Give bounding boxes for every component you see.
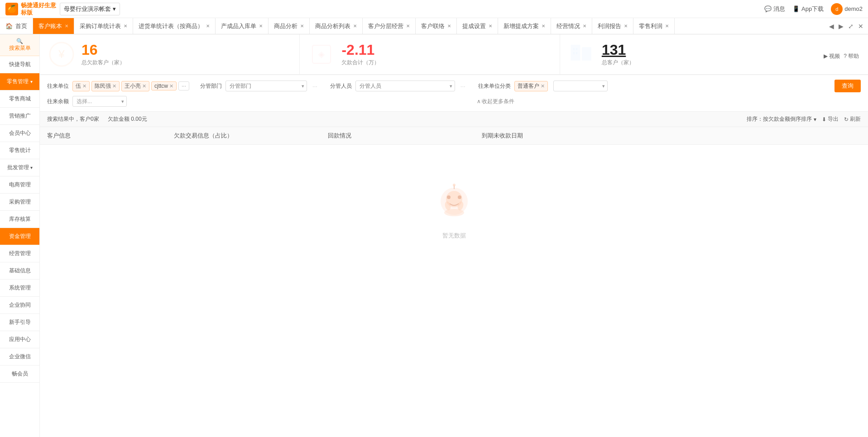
refresh-button[interactable]: ↻ 刷新 bbox=[844, 115, 861, 123]
sidebar-item-wholesale-mgmt[interactable]: 批发管理 ▾ bbox=[0, 159, 39, 176]
tag-close-3[interactable]: ✕ bbox=[169, 83, 173, 89]
sidebar-item-marketing[interactable]: 营销推广 bbox=[0, 108, 39, 125]
tab-operation-status[interactable]: 经营情况 ✕ bbox=[551, 18, 592, 34]
close-icon[interactable]: ✕ bbox=[624, 24, 628, 28]
next-tabs-button[interactable]: ▶ bbox=[837, 22, 845, 31]
sidebar-item-system-mgmt[interactable]: 系统管理 bbox=[0, 280, 39, 297]
svg-rect-9 bbox=[576, 52, 578, 54]
message-button[interactable]: 💬 消息 bbox=[764, 5, 785, 13]
help-button[interactable]: ? 帮助 bbox=[844, 52, 859, 60]
user-menu[interactable]: d demo2 bbox=[831, 3, 863, 15]
close-icon[interactable]: ✕ bbox=[124, 24, 127, 28]
tab-retail-profit[interactable]: 零售利润 ✕ bbox=[633, 18, 675, 34]
balance-filter-select[interactable]: 选择... bbox=[72, 96, 127, 107]
sidebar-item-retail-mgmt[interactable]: 零售管理 ▾ bbox=[0, 73, 39, 90]
content-area: ¥ 16 总欠款客户（家） ◈ -2.11 欠款合计（ bbox=[40, 34, 868, 437]
close-icon[interactable]: ✕ bbox=[542, 24, 545, 28]
tab-customer-tier[interactable]: 客户分层经营 ✕ bbox=[363, 18, 416, 34]
sidebar-search[interactable]: 🔍 搜索菜单 bbox=[0, 34, 39, 56]
sidebar-item-capital-mgmt[interactable]: 资金管理 bbox=[0, 228, 39, 245]
prev-tabs-button[interactable]: ◀ bbox=[827, 22, 836, 31]
col-customer-info: 客户信息 bbox=[47, 132, 174, 140]
svg-rect-8 bbox=[573, 52, 575, 54]
dept-filter-input[interactable] bbox=[225, 81, 307, 91]
close-icon[interactable]: ✕ bbox=[259, 24, 263, 28]
filter-row-1: 往来单位 伍 ✕ 陈民强 ✕ 王小亮 ✕ cjttcw bbox=[47, 80, 861, 92]
sidebar-item-purchase-mgmt[interactable]: 采购管理 bbox=[0, 194, 39, 211]
sidebar-item-basic-info[interactable]: 基础信息 bbox=[0, 262, 39, 280]
unit-tag-0: 伍 ✕ bbox=[72, 81, 90, 91]
close-icon[interactable]: ✕ bbox=[583, 24, 586, 28]
sidebar-item-app-center[interactable]: 应用中心 bbox=[0, 331, 39, 348]
tag-close-0[interactable]: ✕ bbox=[82, 83, 86, 89]
tab-customer-account[interactable]: 客户账本 ✕ bbox=[33, 18, 74, 34]
tab-new-promotion-plan[interactable]: 新增提成方案 ✕ bbox=[498, 18, 551, 34]
unit-tag-2: 王小亮 ✕ bbox=[121, 81, 149, 91]
sidebar-item-ecommerce-mgmt[interactable]: 电商管理 bbox=[0, 176, 39, 194]
sidebar-item-inventory-check[interactable]: 库存核算 bbox=[0, 211, 39, 228]
tab-customer-contact[interactable]: 客户联络 ✕ bbox=[416, 18, 457, 34]
tab-home[interactable]: 🏠 首页 bbox=[0, 18, 33, 34]
credit-customers-number: 16 bbox=[82, 43, 125, 57]
tab-product-analysis[interactable]: 商品分析 ✕ bbox=[269, 18, 310, 34]
top-bar-right: 💬 消息 📱 App下载 d demo2 bbox=[764, 3, 863, 15]
close-icon[interactable]: ✕ bbox=[65, 24, 68, 28]
tab-purchase-order-stat[interactable]: 采购订单统计表 ✕ bbox=[74, 18, 133, 34]
sidebar-item-member-center[interactable]: 会员中心 bbox=[0, 125, 39, 142]
unit-type-filter-select[interactable] bbox=[553, 81, 608, 91]
result-bar: 搜索结果中，客户0家 欠款金额 0.00元 排序：按欠款金额倒序排序 ▾ ⬇ 导… bbox=[40, 112, 868, 127]
system-selector[interactable]: 母婴行业演示帐套 ▾ bbox=[60, 3, 120, 15]
balance-filter-select-wrap: 选择... bbox=[72, 96, 127, 107]
col-credit-info: 欠款交易信息（占比） bbox=[174, 132, 328, 140]
unit-tag-1: 陈民强 ✕ bbox=[91, 81, 120, 91]
sidebar-item-enterprise-coop[interactable]: 企业协同 bbox=[0, 297, 39, 314]
tab-product-analysis-list[interactable]: 商品分析列表 ✕ bbox=[310, 18, 363, 34]
unit-more-tags[interactable]: ··· bbox=[178, 81, 189, 90]
chevron-down-icon: ▾ bbox=[814, 116, 816, 123]
sidebar-item-new-guide[interactable]: 新手引导 bbox=[0, 314, 39, 331]
unit-tag-3: cjttcw ✕ bbox=[151, 81, 177, 90]
close-icon[interactable]: ✕ bbox=[300, 24, 304, 28]
close-all-tabs-button[interactable]: ✕ bbox=[856, 22, 865, 31]
tab-profit-report[interactable]: 利润报告 ✕ bbox=[592, 18, 633, 34]
close-icon[interactable]: ✕ bbox=[406, 24, 410, 28]
tab-promotion-settings[interactable]: 提成设置 ✕ bbox=[457, 18, 498, 34]
svg-rect-4 bbox=[571, 45, 580, 61]
tab-purchase-stat-by-product[interactable]: 进货单统计表（按商品） ✕ bbox=[133, 18, 216, 34]
close-icon[interactable]: ✕ bbox=[665, 24, 669, 28]
export-icon: ⬇ bbox=[822, 116, 826, 123]
person-filter-select-wrap bbox=[355, 81, 455, 91]
sidebar-search-label: 搜索菜单 bbox=[3, 44, 37, 52]
refresh-icon: ↻ bbox=[844, 116, 849, 123]
close-icon[interactable]: ✕ bbox=[206, 24, 210, 28]
query-button[interactable]: 查询 bbox=[834, 80, 861, 92]
app-download-button[interactable]: 📱 App下载 bbox=[792, 5, 824, 13]
top-bar: 🍊 畅捷通好生意 标版 母婴行业演示帐套 ▾ 💬 消息 📱 App下载 d de… bbox=[0, 0, 868, 18]
stat-total-customers: 131 总客户（家） ▶ 视频 ? 帮助 bbox=[560, 34, 868, 74]
chevron-down-icon: ▾ bbox=[30, 165, 33, 170]
svg-rect-7 bbox=[576, 48, 578, 50]
close-icon[interactable]: ✕ bbox=[489, 24, 492, 28]
expand-tabs-button[interactable]: ⤢ bbox=[846, 22, 855, 31]
logo-icon: 🍊 bbox=[5, 3, 18, 15]
table-header: 客户信息 欠款交易信息（占比） 回款情况 到期未收款日期 bbox=[40, 127, 868, 145]
sidebar-item-quick-nav[interactable]: 快捷导航 bbox=[0, 56, 39, 73]
person-filter-input[interactable] bbox=[355, 81, 455, 91]
collapse-button[interactable]: ∧ 收起更多条件 bbox=[477, 98, 514, 105]
close-icon[interactable]: ✕ bbox=[447, 24, 451, 28]
sidebar-item-vip-member[interactable]: 畅会员 bbox=[0, 366, 39, 383]
video-button[interactable]: ▶ 视频 bbox=[824, 52, 840, 60]
tag-close-2[interactable]: ✕ bbox=[142, 83, 146, 89]
credit-amount-label: 欠款合计（万） bbox=[341, 59, 379, 66]
tag-close-1[interactable]: ✕ bbox=[112, 83, 116, 89]
sidebar-item-enterprise-wechat[interactable]: 企业微信 bbox=[0, 348, 39, 366]
data-table: 客户信息 欠款交易信息（占比） 回款情况 到期未收款日期 bbox=[40, 127, 868, 437]
tab-product-in-stock[interactable]: 产成品入库单 ✕ bbox=[216, 18, 269, 34]
sidebar-item-operations-mgmt[interactable]: 经营管理 bbox=[0, 245, 39, 262]
unit-type-tag-close-0[interactable]: ✕ bbox=[541, 83, 545, 89]
close-icon[interactable]: ✕ bbox=[353, 24, 357, 28]
sidebar-item-retail-stats[interactable]: 零售统计 bbox=[0, 142, 39, 159]
export-button[interactable]: ⬇ 导出 bbox=[822, 115, 839, 123]
chevron-down-icon: ▾ bbox=[113, 5, 116, 12]
sidebar-item-retail-mall[interactable]: 零售商城 bbox=[0, 90, 39, 108]
